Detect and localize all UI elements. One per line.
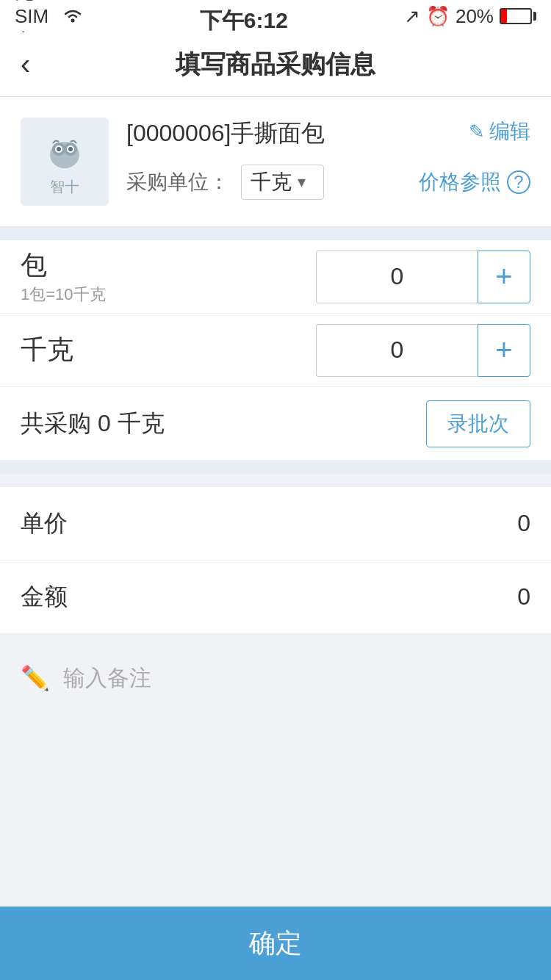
back-button[interactable]: ‹ <box>21 48 30 81</box>
bao-value: 0 <box>391 263 404 290</box>
unit-price-label: 单价 <box>21 508 68 540</box>
bao-sub-label: 1包=10千克 <box>21 284 106 306</box>
svg-point-0 <box>71 18 74 22</box>
separator-band-2 <box>0 461 551 474</box>
bao-input-row: 包 1包=10千克 0 + <box>0 240 551 314</box>
bao-plus-button[interactable]: + <box>478 251 530 303</box>
status-right: ↗ ⏰ 20% <box>404 5 536 28</box>
amount-label: 金额 <box>21 581 68 613</box>
amount-value: 0 <box>517 583 530 610</box>
alarm-icon: ⏰ <box>426 5 450 28</box>
svg-point-7 <box>68 147 73 151</box>
kg-plus-button[interactable]: + <box>478 324 530 377</box>
unit-value: 千克 <box>251 168 292 196</box>
product-info: [0000006]手撕面包 ✎ 编辑 采购单位： 千克 ▾ 价格参照 ? <box>126 118 530 200</box>
amount-row: 金额 0 <box>0 561 551 634</box>
price-ref-help-icon: ? <box>507 170 530 194</box>
page-title: 填写商品采购信息 <box>176 48 375 82</box>
product-name: [0000006]手撕面包 <box>126 118 325 150</box>
pencil-icon: ✏️ <box>21 664 50 692</box>
notes-placeholder: 输入备注 <box>63 663 151 693</box>
nav-bar: ‹ 填写商品采购信息 <box>0 32 551 97</box>
bao-label: 包 <box>21 248 106 284</box>
record-batch-button[interactable]: 录批次 <box>426 400 530 447</box>
edit-button[interactable]: ✎ 编辑 <box>469 118 530 145</box>
price-ref-label: 价格参照 <box>419 168 501 196</box>
battery-icon <box>500 8 536 24</box>
summary-text: 共采购 0 千克 <box>21 408 165 440</box>
kg-label: 千克 <box>21 332 73 368</box>
empty-space <box>0 722 551 907</box>
price-section: 单价 0 金额 0 <box>0 487 551 634</box>
kg-value: 0 <box>391 336 404 364</box>
kg-input-row: 千克 0 + <box>0 314 551 387</box>
input-section: 包 1包=10千克 0 + 千克 0 + <box>0 240 551 387</box>
battery-percent: 20% <box>455 5 494 28</box>
edit-icon: ✎ <box>469 120 485 143</box>
bao-input[interactable]: 0 <box>316 251 478 303</box>
wifi-icon <box>62 5 84 28</box>
svg-point-6 <box>57 147 61 151</box>
separator-band-1 <box>0 227 551 240</box>
status-bar: 无 SIM 卡 下午6:12 ↗ ⏰ 20% <box>0 0 551 32</box>
confirm-label: 确定 <box>249 926 302 962</box>
dropdown-arrow-icon: ▾ <box>298 173 306 192</box>
unit-select[interactable]: 千克 ▾ <box>241 165 324 200</box>
product-card: 智十 [0000006]手撕面包 ✎ 编辑 采购单位： 千克 ▾ 价格参照 ? <box>0 97 551 227</box>
unit-label: 采购单位： <box>126 168 229 196</box>
summary-row: 共采购 0 千克 录批次 <box>0 387 551 461</box>
gps-icon: ↗ <box>404 5 420 28</box>
product-owl-icon <box>41 127 88 174</box>
product-image: 智十 <box>21 118 109 206</box>
confirm-button[interactable]: 确定 <box>0 907 551 980</box>
unit-price-value: 0 <box>517 510 530 537</box>
notes-section[interactable]: ✏️ 输入备注 <box>0 634 551 722</box>
edit-label: 编辑 <box>489 118 530 145</box>
product-logo-text: 智十 <box>50 177 79 197</box>
kg-input[interactable]: 0 <box>316 324 478 377</box>
unit-price-row: 单价 0 <box>0 487 551 561</box>
status-time: 下午6:12 <box>200 6 288 36</box>
price-ref-button[interactable]: 价格参照 ? <box>419 168 530 196</box>
